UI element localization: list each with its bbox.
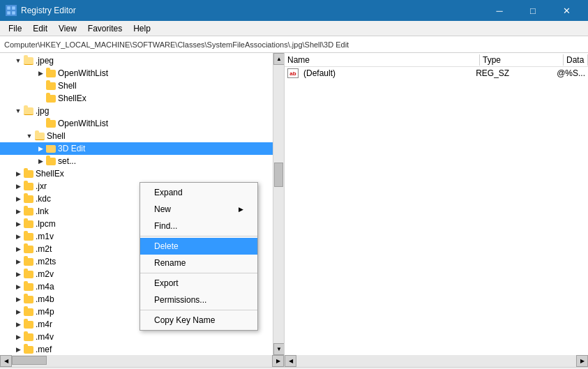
expand-icon-lnk: ▶ xyxy=(13,206,24,217)
scroll-thumb[interactable] xyxy=(274,163,283,187)
menu-help[interactable]: Help xyxy=(128,21,156,36)
ctx-delete-label: Delete xyxy=(154,241,179,251)
folder-icon-m4r xyxy=(24,321,33,329)
folder-icon-m2t xyxy=(24,246,33,253)
tree-label-jpeg-shell: Shell xyxy=(58,81,77,91)
menu-bar: File Edit View Favorites Help xyxy=(0,21,588,36)
tree-label-kdc: .kdc xyxy=(36,194,51,204)
expand-icon-m4a: ▶ xyxy=(13,281,24,292)
close-button[interactable]: ✕ xyxy=(550,0,582,21)
h-scroll-left-btn-right[interactable]: ◀ xyxy=(285,355,296,367)
expand-icon-m4r: ▶ xyxy=(13,319,24,330)
expand-icon-set: ▶ xyxy=(35,156,46,167)
ctx-new[interactable]: New ▶ xyxy=(140,201,257,218)
tree-item-3dedit[interactable]: ▶ 3D Edit xyxy=(0,142,284,155)
folder-icon-m1v xyxy=(24,233,33,241)
ctx-sep2 xyxy=(140,273,257,273)
folder-icon-jpg-shellex xyxy=(24,170,33,178)
folder-icon-3dedit xyxy=(46,145,56,153)
menu-file[interactable]: File xyxy=(3,21,27,36)
folder-icon-jpeg-shell xyxy=(46,82,56,90)
col-header-type: Type xyxy=(480,54,564,66)
expand-icon-jpg: ▼ xyxy=(13,105,24,116)
scroll-up-btn[interactable]: ▲ xyxy=(273,53,285,65)
main-content: ▼ .jpeg ▶ OpenWithList Shell xyxy=(0,53,588,355)
tree-item-jpg-shell[interactable]: ▼ Shell xyxy=(0,130,284,142)
h-scroll-thumb-left[interactable] xyxy=(12,356,47,365)
tree-item-jpg-shellex[interactable]: ▶ ShellEx xyxy=(0,167,284,180)
scroll-down-btn[interactable]: ▼ xyxy=(273,343,285,355)
tree-item-jpg[interactable]: ▼ .jpg xyxy=(0,105,284,117)
menu-view[interactable]: View xyxy=(53,21,82,36)
tree-label-m2ts: .m2ts xyxy=(36,257,56,266)
ctx-delete[interactable]: Delete xyxy=(140,238,257,255)
svg-rect-2 xyxy=(7,11,10,15)
folder-icon-m2ts xyxy=(24,258,33,266)
tree-label-jpeg-shellex: ShellEx xyxy=(58,93,86,103)
tree-item-set[interactable]: ▶ set... xyxy=(0,155,284,167)
menu-favorites[interactable]: Favorites xyxy=(82,21,128,36)
folder-icon-mef xyxy=(24,346,33,354)
ctx-copyname[interactable]: Copy Key Name xyxy=(140,312,257,329)
menu-edit[interactable]: Edit xyxy=(27,21,53,36)
registry-row-default[interactable]: ab (Default) REG_SZ @%S... xyxy=(285,67,588,80)
context-menu: Expand New ▶ Find... Delete Rename Expor… xyxy=(140,182,258,331)
expand-icon-m2ts: ▶ xyxy=(13,256,24,267)
folder-icon-kdc xyxy=(24,195,33,203)
expand-icon-jpg-owl xyxy=(35,118,46,129)
h-scroll-right-btn-left[interactable]: ▶ xyxy=(272,355,284,367)
ctx-rename[interactable]: Rename xyxy=(140,255,257,271)
ctx-export[interactable]: Export xyxy=(140,275,257,292)
tree-scrollbar: ▲ ▼ xyxy=(273,53,284,355)
folder-icon-jpg xyxy=(24,107,33,115)
app-icon xyxy=(6,5,17,16)
col-header-name: Name xyxy=(285,54,480,66)
folder-icon-jpeg-owl xyxy=(46,70,56,77)
folder-icon-jpg-shell xyxy=(35,133,45,140)
app-title: Registry Editor xyxy=(21,6,76,15)
ctx-expand[interactable]: Expand xyxy=(140,184,257,201)
tree-label-m4r: .m4r xyxy=(36,319,52,329)
tree-item-mef[interactable]: ▶ .mef xyxy=(0,343,284,355)
tree-label-m4a: .m4a xyxy=(36,282,54,292)
tree-label-jpg: .jpg xyxy=(36,106,49,116)
expand-icon-m4b: ▶ xyxy=(13,294,24,305)
folder-icon-m4a xyxy=(24,283,33,291)
tree-item-jpeg-shell[interactable]: Shell xyxy=(0,80,284,92)
folder-icon-jpg-owl xyxy=(46,120,56,128)
minimize-button[interactable]: ─ xyxy=(483,0,515,21)
col-header-data: Data xyxy=(564,54,588,66)
bottom-right-scrollbar: ◀ ▶ xyxy=(285,355,588,367)
h-scroll-left-btn[interactable]: ◀ xyxy=(0,355,12,367)
ctx-rename-label: Rename xyxy=(154,258,186,268)
expand-icon-m4v: ▶ xyxy=(13,331,24,342)
tree-item-jpeg-shellex[interactable]: ShellEx xyxy=(0,92,284,105)
folder-icon-jxr xyxy=(24,183,33,190)
expand-icon-jpg-shellex: ▶ xyxy=(13,168,24,179)
ctx-find[interactable]: Find... xyxy=(140,218,257,234)
expand-icon-m4p: ▶ xyxy=(13,306,24,317)
scroll-track xyxy=(273,65,284,343)
tree-item-jpg-openwithlist[interactable]: OpenWithList xyxy=(0,117,284,130)
row-type-default: REG_SZ xyxy=(473,68,554,79)
tree-item-jpeg-openwithlist[interactable]: ▶ OpenWithList xyxy=(0,67,284,80)
tree-item-jpeg[interactable]: ▼ .jpeg xyxy=(0,54,284,67)
h-scroll-track-left xyxy=(12,355,272,367)
tree-label-jxr: .jxr xyxy=(36,181,47,191)
tree-label-m4v: .m4v xyxy=(36,332,54,342)
row-name-default: ab (Default) xyxy=(285,68,473,79)
expand-icon-kdc: ▶ xyxy=(13,193,24,204)
tree-label-3dedit: 3D Edit xyxy=(58,144,85,153)
expand-icon-jpeg-shell xyxy=(35,80,46,91)
address-path: Computer\HKEY_LOCAL_MACHINE\SOFTWARE\Cla… xyxy=(4,40,349,49)
ctx-permissions[interactable]: Permissions... xyxy=(140,292,257,308)
svg-rect-1 xyxy=(12,6,15,10)
tree-item-m4v[interactable]: ▶ .m4v xyxy=(0,331,284,343)
svg-rect-3 xyxy=(12,11,15,15)
expand-icon-jxr: ▶ xyxy=(13,181,24,192)
tree-label-m4b: .m4b xyxy=(36,294,54,304)
svg-rect-0 xyxy=(7,6,10,10)
h-scroll-right-btn-right[interactable]: ▶ xyxy=(576,355,588,367)
expand-icon-lpcm: ▶ xyxy=(13,218,24,229)
maximize-button[interactable]: □ xyxy=(517,0,549,21)
